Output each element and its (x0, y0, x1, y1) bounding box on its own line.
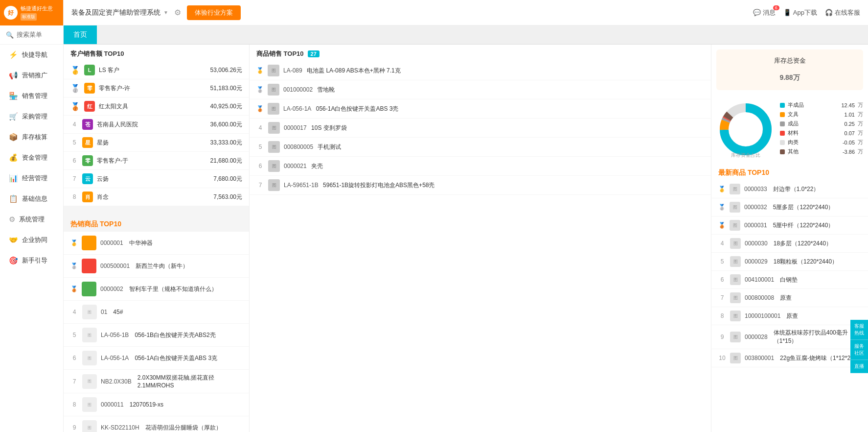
headset-icon: 🎧 (825, 9, 833, 16)
product-code: 0000033 (744, 186, 767, 192)
search-icon: 🔍 (6, 31, 14, 39)
product-name: 056-1B白色按键开关壳ABS2壳 (135, 331, 242, 339)
product-thumbnail (82, 259, 96, 273)
product-thumbnail: 图 (730, 311, 741, 321)
customer-amount: 7,680.00元 (213, 175, 242, 183)
float-service: 客服热线 服务社区 直播 (850, 320, 868, 373)
inventory-card: 库存总资金 9.88万 (716, 49, 863, 90)
hot-product-row: 8 图 0000011 12070519-xs (64, 393, 249, 416)
customer-badge: 苍 (82, 119, 93, 130)
medal-silver-icon: 🥈 (718, 204, 726, 211)
product-thumbnail (82, 236, 96, 250)
sidebar-item-purchase[interactable]: 🛒采购管理 (0, 106, 63, 127)
medal-gold-icon: 🥇 (70, 66, 80, 75)
legend-item: 半成品 12.45 万 (780, 101, 863, 109)
settings-icon[interactable]: ⚙ (174, 8, 181, 17)
hot-product-row: 6 图 LA-056-1A 056-1A白色按键开关盖ABS 3克 (64, 347, 249, 370)
sidebar-item-inventory[interactable]: 📦库存核算 (0, 127, 63, 147)
new-product-row: 10 图 003800001 22g鱼豆腐-烧烤味（1*12*20） (711, 349, 868, 367)
product-name: 雪地靴 (317, 86, 335, 93)
message-btn[interactable]: 💬 消息 6 (753, 8, 776, 17)
product-code: 0000002 (100, 286, 123, 292)
product-name: 手机测试 (318, 144, 341, 150)
sidebar-nav: ⚡快捷导航📢营销推广🏪销售管理🛒采购管理📦库存核算💰资金管理📊经营管理📋基础信息… (0, 45, 63, 432)
nav-icon-marketing: 📢 (9, 71, 18, 80)
sidebar-item-sales[interactable]: 🏪销售管理 (0, 86, 63, 106)
app-download-btn[interactable]: 📱 App下载 (783, 8, 817, 17)
product-code: 10000100001 (745, 312, 780, 319)
mid-product-row: 7 图 LA-59651-1B 59651-1B旋转投影灯电池盒ABS黑色+58… (250, 176, 711, 195)
product-thumbnail: 图 (268, 179, 280, 191)
sidebar-item-system[interactable]: ⚙系统管理 (0, 209, 63, 230)
product-thumbnail: 图 (730, 184, 740, 194)
product-name: 新西兰牛肉（新牛） (136, 262, 242, 270)
customer-name: LS 客户 (99, 66, 206, 74)
product-name: 2.0X30MM双搓花轴,搓花直径2.1MM/ROHS (137, 374, 242, 389)
hot-product-row: 7 图 NB2.0X30B 2.0X30MM双搓花轴,搓花直径2.1MM/ROH… (64, 370, 249, 393)
legend-name: 其他 (788, 148, 840, 155)
customer-name: 星扬 (97, 139, 206, 147)
product-code: LA-59651-1B (284, 182, 319, 189)
sidebar-item-basic-info[interactable]: 📋基础信息 (0, 189, 63, 209)
customer-ranking-section: 客户销售额 TOP10 🥇 L LS 客户 53,006.26元 🥈 零 零售客… (64, 45, 249, 206)
float-service-btn-3[interactable]: 直播 (850, 360, 868, 373)
product-name: 电池盖 LA-089 ABS本色+黑种 7.1克 (307, 67, 401, 74)
product-code: KK-SD22110H (101, 424, 139, 431)
customer-badge: L (84, 65, 95, 75)
customer-badge: 云 (82, 173, 93, 184)
inventory-amount: 9.88万 (723, 68, 856, 83)
hot-products-section: 热销商品 TOP10 🥇 0000001 中华神器 🥈 000500001 新西… (64, 210, 249, 432)
online-service-btn[interactable]: 🎧 在线客服 (825, 8, 860, 17)
float-service-btn-2[interactable]: 服务社区 (850, 340, 868, 360)
sidebar-item-cooperation[interactable]: 🤝企业协同 (0, 230, 63, 250)
product-code: NB2.0X30B (101, 378, 132, 385)
legend-item: 其他 -3.86 万 (780, 148, 863, 155)
legend-name: 文具 (788, 111, 842, 118)
product-code: 0000017 (284, 124, 307, 131)
sidebar-item-finance[interactable]: 💰资金管理 (0, 147, 63, 168)
product-code: 000800008 (745, 294, 774, 301)
hot-product-row: 5 图 LA-056-1B 056-1B白色按键开关壳ABS2壳 (64, 324, 249, 347)
home-tab[interactable]: 首页 (64, 25, 97, 44)
mid-product-row: 6 图 0000021 夹壳 (250, 157, 711, 176)
medal-bronze-icon: 🥉 (256, 105, 264, 112)
sidebar-item-guide[interactable]: 🎯新手引导 (0, 250, 63, 271)
new-product-row: 5 图 0000029 18颗粒板（1220*2440） (711, 253, 868, 271)
customer-amount: 33,333.00元 (210, 139, 242, 147)
customer-ranking-title: 客户销售额 TOP10 (70, 49, 124, 58)
product-thumbnail: 图 (268, 65, 279, 76)
main-area: 装备及固定资产辅助管理系统 ▼ ⚙ 体验行业方案 💬 消息 6 📱 App下载 … (64, 0, 868, 432)
sidebar-item-quick-nav[interactable]: ⚡快捷导航 (0, 45, 63, 65)
mid-product-row: 🥉 图 LA-056-1A 056-1A白色按键开关盖ABS 3壳 (250, 99, 711, 119)
sidebar-item-operations[interactable]: 📊经营管理 (0, 168, 63, 189)
product-code: 000500001 (100, 263, 130, 269)
medal-bronze-icon: 🥉 (718, 222, 726, 229)
sidebar: 好 畅捷通好生意 标准版 🔍 搜索菜单 ⚡快捷导航📢营销推广🏪销售管理🛒采购管理… (0, 0, 64, 432)
legend-unit: 万 (858, 120, 863, 127)
product-thumbnail: 图 (268, 141, 280, 153)
customer-name: 零售客户-于 (97, 157, 206, 165)
customer-name: 肖念 (97, 193, 209, 201)
sidebar-item-marketing[interactable]: 📢营销推广 (0, 65, 63, 86)
trial-button[interactable]: 体验行业方案 (187, 5, 241, 20)
mid-column: 商品销售 TOP10 27 🥇 图 LA-089 电池盖 LA-089 ABS本… (250, 45, 711, 432)
product-thumbnail (82, 282, 96, 296)
legend-dot (780, 140, 785, 145)
float-service-btn-1[interactable]: 客服热线 (850, 320, 868, 340)
legend-dot (780, 121, 785, 126)
product-name: 封边带（1.0*22） (773, 185, 861, 193)
legend-unit: 万 (858, 148, 863, 155)
new-product-row: 🥉 图 0000031 5厘中纤（1220*2440） (711, 216, 868, 235)
customer-name: 零售客户-许 (99, 84, 206, 93)
product-name: 18多层（1220*2440） (774, 240, 861, 248)
product-thumbnail: 图 (730, 256, 741, 267)
product-name: 5厘中纤（1220*2440） (773, 221, 861, 230)
new-product-row: 🥈 图 0000032 5厘多层（1220*2440） (711, 198, 868, 216)
customer-rank-row: 7 云 云扬 7,680.00元 (64, 170, 249, 188)
product-thumbnail: 图 (268, 160, 280, 172)
product-name: 原查 (786, 312, 861, 320)
search-menu[interactable]: 🔍 搜索菜单 (0, 25, 63, 45)
product-thumbnail: 图 (82, 397, 97, 412)
system-title: 装备及固定资产辅助管理系统 ▼ (71, 8, 168, 17)
product-name: 白钢垫 (780, 276, 861, 284)
